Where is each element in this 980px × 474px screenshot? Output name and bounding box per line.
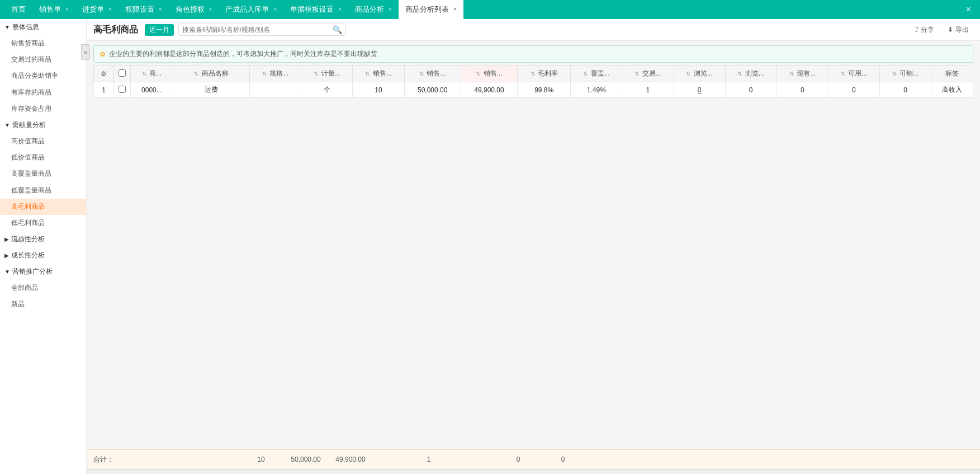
th-sale-amt[interactable]: ⇅ 销售... (404, 65, 461, 82)
close-template[interactable]: × (338, 0, 342, 19)
bottom-scrollbar[interactable] (87, 470, 980, 474)
sort-saleable-icon: ⇅ (892, 71, 897, 77)
th-spec[interactable]: ⇅ 规格... (250, 65, 301, 82)
th-unit[interactable]: ⇅ 计量... (301, 65, 353, 82)
footer-available: 0 (541, 456, 585, 463)
date-filter-btn[interactable]: 近一月 (145, 24, 174, 36)
sidebar-section-trend[interactable]: ▶ 流趋性分析 (0, 231, 86, 247)
notice-icon: ⚙ (100, 50, 106, 58)
close-product-stock[interactable]: × (273, 0, 277, 19)
cell-index: 1 (94, 82, 114, 98)
sort-browse2-icon: ⇅ (737, 71, 742, 77)
nav-goods-analysis-list[interactable]: 商品分析列表 × (399, 0, 463, 19)
sidebar-item-high-value[interactable]: 高价值商品 (0, 133, 86, 149)
table-wrapper: ⚙ ⇅ 商... ⇅ 商品名称 (93, 65, 973, 449)
sidebar-section-growth[interactable]: ▶ 成长性分析 (0, 247, 86, 264)
arrow-growth: ▶ (4, 252, 9, 259)
sidebar-item-low-value[interactable]: 低价值商品 (0, 149, 86, 166)
search-icon[interactable]: 🔍 (333, 25, 342, 34)
nav-template[interactable]: 单据模板设置 × (283, 0, 348, 19)
th-saleable[interactable]: ⇅ 可销... (879, 65, 931, 82)
th-tag[interactable]: 标签 (931, 65, 973, 82)
sidebar-section-contribution[interactable]: ▼ 贡献量分析 (0, 117, 86, 133)
sidebar-item-category-sales[interactable]: 商品分类助销率 (0, 68, 86, 84)
sidebar-collapse-btn[interactable]: « (81, 44, 90, 60)
nav-permission[interactable]: 权限设置 × (119, 0, 169, 19)
close-role[interactable]: × (209, 0, 212, 19)
cell-transaction: 1 (622, 82, 674, 98)
sidebar-item-traded-goods[interactable]: 交易过的商品 (0, 51, 86, 68)
close-permission[interactable]: × (159, 0, 162, 19)
content-area: 高毛利商品 近一月 🔍 ⤴ 分享 ⬇ 导出 ⚙ 企业的主要的利润都是这部分商品创… (87, 19, 980, 474)
sidebar-section-marketing[interactable]: ▼ 营销推广分析 (0, 264, 86, 280)
cell-current: 0 (777, 82, 828, 98)
sidebar-item-in-stock[interactable]: 有库存的商品 (0, 85, 86, 101)
nav-product-stock[interactable]: 产成品入库单 × (219, 0, 283, 19)
row-checkbox[interactable] (119, 86, 126, 93)
sort-transaction-icon: ⇅ (635, 71, 639, 77)
sort-saleqty-icon: ⇅ (365, 71, 370, 77)
nav-role[interactable]: 角色授权 × (169, 0, 219, 19)
footer-current: 0 (496, 456, 541, 463)
th-coverage[interactable]: ⇅ 覆盖... (571, 65, 622, 82)
sidebar-item-sales-goods[interactable]: 销售货商品 (0, 35, 86, 51)
page-title: 高毛利商品 (93, 24, 138, 36)
close-purchase[interactable]: × (108, 0, 112, 19)
content-header: 高毛利商品 近一月 🔍 ⤴ 分享 ⬇ 导出 (87, 19, 980, 41)
sidebar-item-stock-capital[interactable]: 库存资金占用 (0, 101, 86, 117)
nav-purchase[interactable]: 进货单 × (75, 0, 119, 19)
th-checkbox[interactable] (114, 65, 131, 82)
sidebar-item-high-margin[interactable]: 高毛利商品 (0, 199, 86, 215)
arrow-marketing: ▼ (4, 269, 10, 275)
close-sales[interactable]: × (65, 0, 69, 19)
th-transaction[interactable]: ⇅ 交易... (622, 65, 674, 82)
export-icon: ⬇ (948, 26, 953, 34)
th-sale-profit[interactable]: ⇅ 销售... (461, 65, 517, 82)
sidebar-section-overall[interactable]: ▼ 整体信息 (0, 19, 86, 35)
share-button[interactable]: ⤴ 分享 (911, 24, 939, 36)
sidebar-item-high-coverage[interactable]: 高覆盖量商品 (0, 166, 86, 182)
cell-checkbox[interactable] (114, 82, 131, 98)
sort-current-icon: ⇅ (789, 71, 794, 77)
sidebar-item-all-goods[interactable]: 全部商品 (0, 280, 86, 296)
th-current[interactable]: ⇅ 现有... (777, 65, 828, 82)
th-name[interactable]: ⇅ 商品名称 (173, 65, 249, 82)
cell-code: 0000... (131, 82, 173, 98)
th-settings[interactable]: ⚙ (94, 65, 114, 82)
top-navigation: 首页 销售单 × 进货单 × 权限设置 × 角色授权 × 产成品入库单 × 单据… (0, 0, 980, 19)
sort-unit-icon: ⇅ (314, 71, 318, 77)
cell-unit: 个 (301, 82, 353, 98)
table-body: 1 0000... 运费 个 10 50,000.00 49,900.00 99… (94, 82, 973, 98)
close-all-tabs[interactable]: × (962, 4, 976, 15)
footer-spacer1 (127, 456, 239, 463)
cell-tag: 高收入 (931, 82, 973, 98)
select-all-checkbox[interactable] (119, 69, 126, 77)
nav-home[interactable]: 首页 (4, 0, 32, 19)
cell-spec (250, 82, 301, 98)
sidebar-item-new-goods[interactable]: 新品 (0, 296, 86, 312)
search-input[interactable] (182, 26, 333, 34)
settings-icon[interactable]: ⚙ (101, 70, 107, 78)
data-table: ⚙ ⇅ 商... ⇅ 商品名称 (93, 65, 973, 98)
sidebar: ▼ 整体信息 销售货商品 交易过的商品 商品分类助销率 有库存的商品 库存资金占… (0, 19, 87, 474)
cell-browse2: 0 (725, 82, 777, 98)
close-goods-analysis-list[interactable]: × (453, 0, 457, 19)
sort-code-icon: ⇅ (142, 71, 146, 77)
th-sale-qty[interactable]: ⇅ 销售... (353, 65, 404, 82)
sort-coverage-icon: ⇅ (583, 71, 588, 77)
th-code[interactable]: ⇅ 商... (131, 65, 173, 82)
footer-totals: 合计： 10 50,000.00 49,900.00 1 0 0 (87, 449, 980, 470)
export-button[interactable]: ⬇ 导出 (943, 24, 973, 36)
th-browse1[interactable]: ⇅ 浏览... (674, 65, 725, 82)
nav-goods-analysis[interactable]: 商品分析 × (348, 0, 399, 19)
th-browse2[interactable]: ⇅ 浏览... (725, 65, 777, 82)
arrow-overall: ▼ (4, 24, 10, 30)
cell-browse1[interactable]: 0 (674, 82, 725, 98)
th-available[interactable]: ⇅ 可用... (828, 65, 879, 82)
footer-label: 合计： (93, 455, 127, 464)
close-goods-analysis[interactable]: × (389, 0, 392, 19)
th-gross-rate[interactable]: ⇅ 毛利率 (518, 65, 571, 82)
sidebar-item-low-coverage[interactable]: 低覆盖量商品 (0, 182, 86, 199)
sidebar-item-low-margin[interactable]: 低毛利商品 (0, 215, 86, 231)
nav-sales[interactable]: 销售单 × (32, 0, 75, 19)
